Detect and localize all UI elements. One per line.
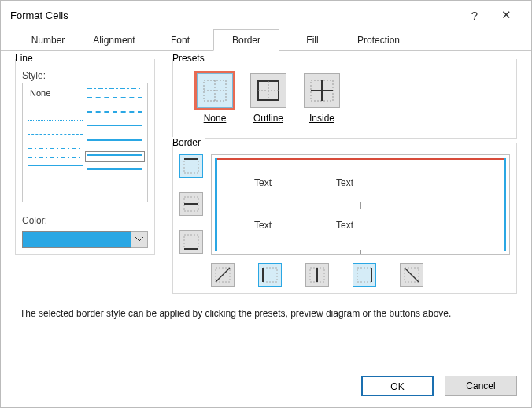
preset-outline-label: Outline xyxy=(253,113,283,124)
border-mid-h-icon xyxy=(183,196,199,212)
preset-inside-button[interactable] xyxy=(304,73,340,108)
help-button[interactable]: ? xyxy=(459,9,490,22)
border-preview[interactable]: Text Text Text Text xyxy=(211,154,510,255)
color-label: Color: xyxy=(22,215,148,226)
color-swatch xyxy=(22,231,131,248)
line-style-dotted[interactable] xyxy=(28,106,83,112)
border-bottom-button[interactable] xyxy=(179,230,203,254)
preset-none-icon xyxy=(203,80,227,102)
line-style-medium[interactable] xyxy=(87,139,142,146)
line-style-thick[interactable] xyxy=(87,154,142,160)
border-bottom-icon xyxy=(183,234,199,250)
preset-none-label: None xyxy=(204,113,227,124)
line-style-double[interactable] xyxy=(87,168,142,174)
preset-inside-label: Inside xyxy=(309,113,334,124)
line-style-dashdot-med[interactable] xyxy=(87,88,142,89)
tab-border[interactable]: Border xyxy=(213,29,279,51)
preview-text-bl: Text xyxy=(254,220,272,231)
line-style-dash[interactable] xyxy=(28,134,83,140)
preview-tick-vb xyxy=(360,250,361,254)
border-left-button[interactable] xyxy=(258,263,282,287)
preset-inside-icon xyxy=(310,80,334,102)
title-bar: Format Cells ? ✕ xyxy=(1,1,531,29)
chevron-down-icon xyxy=(135,237,143,242)
cancel-button[interactable]: Cancel xyxy=(445,376,517,396)
border-right-icon xyxy=(357,267,372,283)
svg-rect-21 xyxy=(357,268,371,282)
tab-protection[interactable]: Protection xyxy=(345,29,412,51)
line-style-thin[interactable] xyxy=(28,165,83,172)
border-middle-v-button[interactable] xyxy=(305,263,329,287)
preview-top-border xyxy=(215,158,506,160)
svg-rect-17 xyxy=(263,268,277,282)
line-style-dotted-2[interactable] xyxy=(28,120,83,126)
preview-text-tl: Text xyxy=(254,177,272,188)
border-group: Border xyxy=(172,143,517,294)
line-style-solid[interactable] xyxy=(87,125,142,132)
tab-alignment[interactable]: Alignment xyxy=(81,29,147,51)
preview-left-border xyxy=(215,158,217,251)
svg-line-16 xyxy=(216,268,230,282)
preview-tick-v xyxy=(360,202,361,209)
svg-line-24 xyxy=(405,268,419,282)
ok-button[interactable]: OK xyxy=(361,376,434,396)
line-style-dashdot[interactable] xyxy=(28,148,83,149)
border-top-icon xyxy=(183,158,199,174)
border-diag-up-icon xyxy=(215,267,231,283)
line-style-dashdotdot[interactable] xyxy=(28,157,83,158)
preset-outline-icon xyxy=(257,80,280,102)
tab-font[interactable]: Font xyxy=(147,29,213,51)
preset-outline[interactable]: Outline xyxy=(250,73,286,124)
border-diag-down-button[interactable] xyxy=(400,263,423,287)
close-button[interactable]: ✕ xyxy=(490,8,522,22)
tab-fill[interactable]: Fill xyxy=(279,29,345,51)
border-mid-v-icon xyxy=(309,267,325,283)
border-left-icon xyxy=(262,267,278,283)
line-group: Line Style: None xyxy=(15,59,155,294)
dialog-title: Format Cells xyxy=(10,9,459,21)
hint-text: The selected border style can be applied… xyxy=(1,294,531,319)
dialog-buttons: OK Cancel xyxy=(361,376,517,396)
preset-inside[interactable]: Inside xyxy=(304,73,340,124)
svg-rect-9 xyxy=(184,159,198,173)
line-style-med-dash[interactable] xyxy=(87,111,142,117)
line-color-picker[interactable] xyxy=(22,231,148,248)
preset-none-button[interactable] xyxy=(197,73,233,108)
presets-group: Presets None Outline xyxy=(172,59,517,139)
border-top-button[interactable] xyxy=(179,154,203,178)
svg-rect-13 xyxy=(184,235,198,249)
preset-outline-button[interactable] xyxy=(250,73,286,108)
dialog-content: Line Style: None xyxy=(1,51,531,294)
preview-text-tr: Text xyxy=(336,177,353,188)
border-right-button[interactable] xyxy=(353,263,376,287)
preset-none[interactable]: None xyxy=(197,73,233,124)
style-label: Style: xyxy=(22,70,148,81)
color-dropdown-button[interactable] xyxy=(131,231,148,248)
border-diag-down-icon xyxy=(404,267,419,283)
line-style-none[interactable]: None xyxy=(28,88,83,98)
preview-right-border xyxy=(504,158,506,251)
preview-text-br: Text xyxy=(336,220,353,231)
right-panel: Presets None Outline xyxy=(172,59,517,294)
line-style-list[interactable]: None xyxy=(22,83,148,202)
tab-strip: Number Alignment Font Border Fill Protec… xyxy=(1,29,531,51)
border-middle-h-button[interactable] xyxy=(179,192,203,216)
border-diag-up-button[interactable] xyxy=(211,263,235,287)
tab-number[interactable]: Number xyxy=(15,29,81,51)
line-style-med-dashdot[interactable] xyxy=(87,97,142,103)
